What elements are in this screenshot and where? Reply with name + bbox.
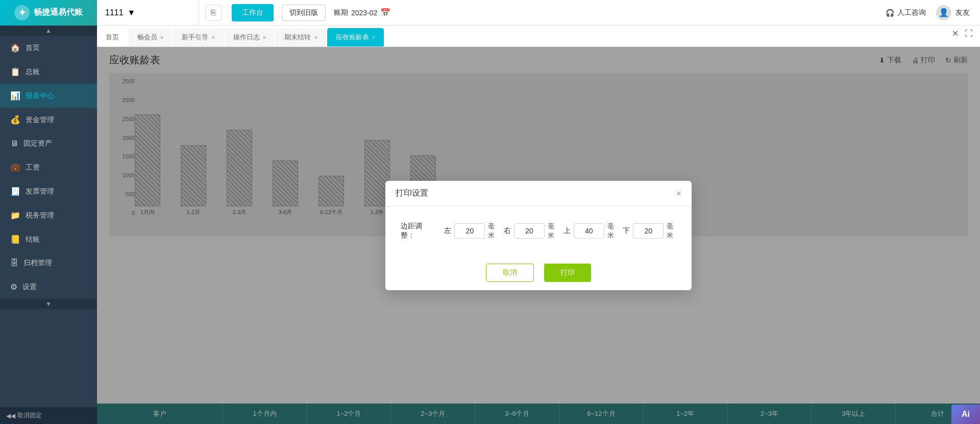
close-tab-button[interactable]: ✕ xyxy=(951,28,960,39)
tax-icon: 📁 xyxy=(10,210,20,220)
cancel-fixed-label: 取消固定 xyxy=(17,411,42,420)
sidebar-item-invoice[interactable]: 🧾 发票管理 xyxy=(0,179,97,203)
tab-home-label: 首页 xyxy=(106,33,119,42)
sidebar-label-home: 首页 xyxy=(26,43,40,53)
header-right: 🎧 人工咨询 👤 友友 xyxy=(886,5,980,20)
modal-overlay: 打印设置 × 边距调整： 左 毫米 xyxy=(97,47,980,424)
gear-icon: ⚙ xyxy=(10,282,17,292)
tabs-bar: 首页 畅会员 × 新手引导 × 操作日志 × 期末结转 × 应收账龄表 × xyxy=(97,26,980,47)
tab-yearend-label: 期末结转 xyxy=(284,33,311,42)
tab-yearend-close[interactable]: × xyxy=(314,35,317,40)
sidebar-item-archive[interactable]: 🗄 归档管理 xyxy=(0,251,97,275)
tab-guide-close[interactable]: × xyxy=(211,35,214,40)
sidebar-item-settings[interactable]: ⚙ 设置 xyxy=(0,275,97,299)
top-unit: 毫米 xyxy=(607,222,617,240)
margin-group-left: 左 毫米 xyxy=(444,222,498,240)
sidebar-label-settings: 设置 xyxy=(22,282,37,292)
reports-icon: 📊 xyxy=(10,91,20,101)
left-unit: 毫米 xyxy=(488,222,498,240)
sidebar-item-reports[interactable]: 📊 报表中心 xyxy=(0,84,97,108)
sidebar-scroll-down[interactable]: ▼ xyxy=(0,299,97,309)
sidebar-item-ledger[interactable]: 📋 总账 xyxy=(0,60,97,84)
close-account-icon: 📒 xyxy=(10,234,20,244)
tab-aging[interactable]: 应收账龄表 × xyxy=(327,28,384,46)
cancel-fixed-button[interactable]: ◀◀ 取消固定 xyxy=(0,407,97,424)
tab-aging-close[interactable]: × xyxy=(372,35,375,40)
invoice-icon: 🧾 xyxy=(10,186,20,196)
print-settings-modal: 打印设置 × 边距调整： 左 毫米 xyxy=(385,181,692,290)
sidebar-label-funds: 资金管理 xyxy=(26,115,54,125)
switch-version-button[interactable]: 切到旧版 xyxy=(282,5,326,21)
cancel-button[interactable]: 取消 xyxy=(486,264,534,282)
tab-member[interactable]: 畅会员 × xyxy=(129,28,172,46)
modal-header: 打印设置 × xyxy=(385,181,692,206)
sidebar-item-funds[interactable]: 💰 资金管理 xyxy=(0,108,97,132)
ledger-icon: 📋 xyxy=(10,67,20,77)
page-content: 应收账龄表 ⬇ 下载 🖨 打印 ↻ 刷新 xyxy=(97,47,980,424)
user-avatar: 👤 xyxy=(936,5,951,20)
service-label: 人工咨询 xyxy=(897,8,926,17)
home-icon: 🏠 xyxy=(10,43,20,53)
company-name: 1111 xyxy=(105,8,124,17)
period-area: 账期 2023-02 📅 xyxy=(334,8,390,17)
top-margin-input[interactable] xyxy=(574,223,604,239)
right-unit: 毫米 xyxy=(548,222,557,240)
main-layout: ▲ 🏠 首页 📋 总账 📊 报表中心 💰 资金管理 🖥 固定资产 💼 工资 🧾 xyxy=(0,26,980,424)
period-value: 2023-02 xyxy=(351,9,377,17)
sidebar-label-salary: 工资 xyxy=(26,163,40,172)
modal-body: 边距调整： 左 毫米 右 毫米 xyxy=(385,206,692,255)
tab-oplog-close[interactable]: × xyxy=(263,35,266,40)
tab-home[interactable]: 首页 xyxy=(97,28,128,46)
sidebar-label-ledger: 总账 xyxy=(26,67,40,77)
tab-oplog-label: 操作日志 xyxy=(233,33,260,42)
archive-icon: 🗄 xyxy=(10,258,18,268)
bottom-margin-input[interactable] xyxy=(633,223,664,239)
tab-oplog[interactable]: 操作日志 × xyxy=(225,28,275,46)
sidebar-item-salary[interactable]: 💼 工资 xyxy=(0,155,97,179)
content-area: 首页 畅会员 × 新手引导 × 操作日志 × 期末结转 × 应收账龄表 × xyxy=(97,26,980,424)
margin-group-top: 上 毫米 xyxy=(564,222,617,240)
service-button[interactable]: 🎧 人工咨询 xyxy=(886,8,926,17)
modal-title: 打印设置 xyxy=(396,188,428,199)
sidebar-item-close[interactable]: 📒 结账 xyxy=(0,227,97,251)
sidebar-label-assets: 固定资产 xyxy=(23,139,52,148)
copy-button[interactable]: ⎘ xyxy=(205,5,222,21)
sidebar-item-home[interactable]: 🏠 首页 xyxy=(0,36,97,60)
sidebar-label-archive: 归档管理 xyxy=(23,258,52,268)
margin-group-right: 右 毫米 xyxy=(504,222,557,240)
funds-icon: 💰 xyxy=(10,115,20,125)
user-label: 友友 xyxy=(955,8,970,17)
unpin-icon: ◀◀ xyxy=(6,412,15,419)
right-label: 右 xyxy=(504,226,511,235)
sidebar-scroll-up[interactable]: ▲ xyxy=(0,26,97,36)
user-area[interactable]: 👤 友友 xyxy=(936,5,970,20)
sidebar-item-assets[interactable]: 🖥 固定资产 xyxy=(0,132,97,155)
assets-icon: 🖥 xyxy=(10,139,18,148)
logo-icon: ✦ xyxy=(14,5,30,20)
tab-member-close[interactable]: × xyxy=(160,35,163,40)
right-margin-input[interactable] xyxy=(514,223,545,239)
workspace-button[interactable]: 工作台 xyxy=(232,4,274,21)
period-label: 账期 xyxy=(334,8,348,17)
sidebar-label-close: 结账 xyxy=(26,235,40,244)
company-selector[interactable]: 1111 ▼ xyxy=(97,0,199,25)
top-label: 上 xyxy=(564,226,571,235)
tab-member-label: 畅会员 xyxy=(137,33,157,42)
tab-guide[interactable]: 新手引导 × xyxy=(173,28,223,46)
left-margin-input[interactable] xyxy=(454,223,485,239)
calendar-icon[interactable]: 📅 xyxy=(380,8,390,17)
modal-close-button[interactable]: × xyxy=(676,189,681,198)
logo: ✦ 畅捷通易代账 xyxy=(0,0,97,26)
sidebar-item-tax[interactable]: 📁 税务管理 xyxy=(0,203,97,227)
bottom-label: 下 xyxy=(623,226,630,235)
ai-badge-text: Ai xyxy=(962,410,970,418)
ai-badge[interactable]: Ai xyxy=(951,405,980,424)
tab-yearend[interactable]: 期末结转 × xyxy=(276,28,326,46)
print-confirm-button[interactable]: 打印 xyxy=(544,264,591,282)
tab-aging-label: 应收账龄表 xyxy=(336,33,369,42)
app-header: ✦ 畅捷通易代账 1111 ▼ ⎘ 工作台 切到旧版 账期 2023-02 📅 … xyxy=(0,0,980,26)
modal-footer: 取消 打印 xyxy=(385,255,692,290)
maximize-tab-button[interactable]: ⛶ xyxy=(964,28,974,39)
tab-guide-label: 新手引导 xyxy=(182,33,208,42)
bottom-unit: 毫米 xyxy=(667,222,676,240)
